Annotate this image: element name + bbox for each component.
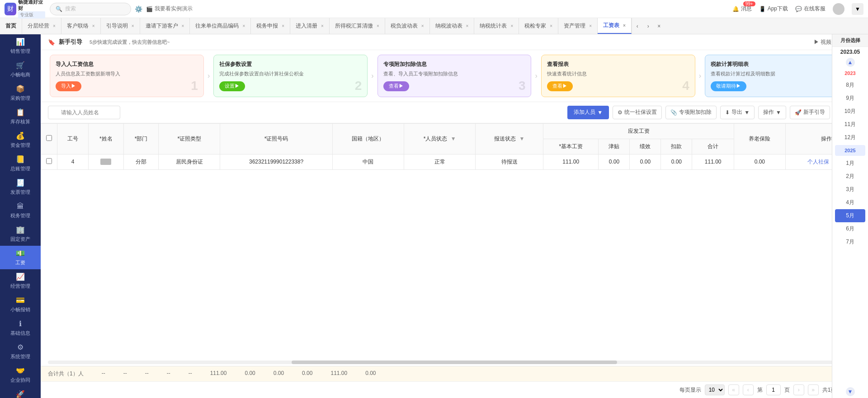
step-2-title: 社保参数设置 bbox=[219, 61, 362, 68]
service-btn[interactable]: 💬 在线客服 bbox=[795, 5, 826, 13]
tab-close[interactable]: × bbox=[623, 23, 626, 28]
nav-tabs: 首页 分层经营 × 客户联络 × 引导说明 × 邀请下游客户 × 往来单位商品编… bbox=[0, 18, 868, 34]
tab-clearance[interactable]: 进入清册 × bbox=[290, 18, 330, 34]
month-item-6[interactable]: 6月 bbox=[832, 222, 868, 235]
tab-tax-expert[interactable]: 税检专家 × bbox=[519, 18, 558, 34]
tab-customer-contact[interactable]: 客户联络 × bbox=[61, 18, 101, 34]
tab-invite-customer[interactable]: 邀请下游客户 × bbox=[140, 18, 190, 34]
month-item-3[interactable]: 3月 bbox=[832, 183, 868, 196]
month-item-4[interactable]: 4月 bbox=[832, 196, 868, 209]
sidebar-item-fixed-assets[interactable]: 🏢 固定资产 bbox=[0, 222, 41, 246]
tab-tax-burden[interactable]: 税负波动表 × bbox=[385, 18, 430, 34]
month-item-5-active[interactable]: 5月 bbox=[835, 209, 865, 222]
prev-page-btn[interactable]: ‹ bbox=[743, 384, 754, 395]
avatar[interactable] bbox=[833, 3, 844, 15]
sidebar-item-tax[interactable]: 🏛 税务管理 bbox=[0, 199, 41, 222]
tab-close[interactable]: × bbox=[282, 23, 284, 28]
tab-close[interactable]: × bbox=[377, 23, 379, 28]
tab-close[interactable]: × bbox=[589, 23, 592, 28]
guide-bookmark-icon: 🔖 bbox=[48, 39, 55, 46]
page-number-input[interactable] bbox=[766, 384, 781, 395]
settings-icon[interactable]: ⚙️ bbox=[135, 5, 142, 13]
tab-close[interactable]: × bbox=[550, 23, 552, 28]
sidebar-item-salary[interactable]: 💵 工资 bbox=[0, 246, 41, 269]
step-2-btn[interactable]: 设置▶ bbox=[219, 81, 245, 91]
nav-next-arrow[interactable]: › bbox=[643, 23, 654, 29]
nav-prev-arrow[interactable]: ‹ bbox=[632, 23, 643, 29]
newbie-guide-btn[interactable]: 🚀 新手引导 bbox=[790, 106, 830, 119]
tab-close[interactable]: × bbox=[242, 23, 245, 28]
month-item-2[interactable]: 2月 bbox=[832, 170, 868, 183]
search-box[interactable]: 🔍 搜索 bbox=[50, 3, 131, 15]
tab-goods-code[interactable]: 往来单位商品编码 × bbox=[190, 18, 251, 34]
page-size-select[interactable]: 10 20 50 bbox=[705, 384, 725, 395]
tab-home[interactable]: 首页 bbox=[0, 18, 22, 34]
tab-income-tax[interactable]: 所得税汇算清缴 × bbox=[330, 18, 385, 34]
notice-btn[interactable]: 🔔 消息 99+ bbox=[732, 5, 752, 13]
sidebar-item-sales[interactable]: 📊 销售管理 bbox=[0, 34, 41, 58]
tab-close[interactable]: × bbox=[466, 23, 469, 28]
tab-close[interactable]: × bbox=[132, 23, 134, 28]
tab-layered-ops[interactable]: 分层经营 × bbox=[22, 18, 61, 34]
tab-asset-mgmt[interactable]: 资产管理 × bbox=[558, 18, 598, 34]
month-item-12[interactable]: 12月 bbox=[832, 131, 868, 144]
month-item-11[interactable]: 11月 bbox=[832, 118, 868, 131]
report-filter-icon[interactable]: ▼ bbox=[519, 136, 524, 142]
tab-tax-report[interactable]: 税务申报 × bbox=[251, 18, 290, 34]
select-all-checkbox[interactable] bbox=[46, 135, 52, 141]
sidebar-item-collab[interactable]: 🤝 企业协同 bbox=[0, 363, 41, 387]
sidebar-item-system[interactable]: ⚙ 系统管理 bbox=[0, 340, 41, 363]
add-person-btn[interactable]: 添加人员 ▼ bbox=[567, 106, 609, 119]
sidebar-item-expense[interactable]: 💳 小畅报销 bbox=[0, 293, 41, 316]
sidebar-item-ecommerce[interactable]: 🛒 小畅电商 bbox=[0, 58, 41, 81]
export-btn[interactable]: ⬇ 导出 ▼ bbox=[720, 106, 755, 119]
tab-tax-wave[interactable]: 纳税波动表 × bbox=[430, 18, 475, 34]
tab-close[interactable]: × bbox=[92, 23, 95, 28]
month-up-btn[interactable]: ▲ bbox=[846, 58, 855, 67]
month-item-8[interactable]: 8月 bbox=[832, 79, 868, 92]
personal-insurance-link[interactable]: 个人社保 bbox=[807, 159, 829, 165]
tab-close[interactable]: × bbox=[510, 23, 513, 28]
first-page-btn[interactable]: « bbox=[728, 384, 739, 395]
tab-close[interactable]: × bbox=[321, 23, 324, 28]
sidebar-item-ledger[interactable]: 📒 总账管理 bbox=[0, 152, 41, 175]
nav-close-all[interactable]: × bbox=[654, 23, 665, 29]
tab-tax-stats[interactable]: 纳税统计表 × bbox=[474, 18, 519, 34]
tab-close[interactable]: × bbox=[182, 23, 184, 28]
video-btn[interactable]: ▶ 视频 bbox=[814, 38, 831, 46]
step-3-btn[interactable]: 查看▶ bbox=[383, 81, 409, 91]
logo-text-1: 畅捷通好业财 bbox=[18, 0, 45, 11]
user-menu-icon[interactable]: ▼ bbox=[852, 3, 863, 15]
month-down-btn[interactable]: ▼ bbox=[846, 387, 855, 396]
sidebar-item-purchase[interactable]: 📦 采购管理 bbox=[0, 81, 41, 105]
tab-close[interactable]: × bbox=[53, 23, 56, 28]
deduction-btn[interactable]: 📎 专项附加扣除 bbox=[665, 106, 717, 119]
last-page-btn[interactable]: » bbox=[808, 384, 819, 395]
arrow-4: › bbox=[697, 55, 703, 97]
next-page-btn[interactable]: › bbox=[793, 384, 804, 395]
sidebar-item-operations[interactable]: 📈 经营管理 bbox=[0, 269, 41, 293]
sidebar-item-basic-info[interactable]: ℹ 基础信息 bbox=[0, 316, 41, 340]
sidebar-item-newbie[interactable]: 🚀 新手引导 bbox=[0, 387, 41, 398]
step-5-btn[interactable]: 敬请期待▶ bbox=[711, 81, 746, 91]
social-insurance-btn[interactable]: ⚙ 统一社保设置 bbox=[613, 106, 662, 119]
month-item-7[interactable]: 7月 bbox=[832, 235, 868, 248]
step-4-btn[interactable]: 查看▶ bbox=[547, 81, 573, 91]
sidebar-item-inventory[interactable]: 📋 库存核算 bbox=[0, 105, 41, 128]
tab-salary[interactable]: 工资表 × bbox=[598, 18, 632, 34]
app-download-btn[interactable]: 📱 App下载 bbox=[759, 5, 788, 13]
month-item-10[interactable]: 10月 bbox=[832, 105, 868, 118]
row-checkbox[interactable] bbox=[46, 158, 52, 164]
tab-close[interactable]: × bbox=[421, 23, 424, 28]
sidebar-item-finance[interactable]: 💰 资金管理 bbox=[0, 128, 41, 152]
month-item-9[interactable]: 9月 bbox=[832, 92, 868, 105]
tab-guide[interactable]: 引导说明 × bbox=[101, 18, 140, 34]
operation-btn[interactable]: 操作 ▼ bbox=[758, 106, 786, 119]
horizontal-scrollbar-thumb[interactable] bbox=[292, 361, 617, 364]
demo-btn[interactable]: 🎬 我要看实例演示 bbox=[146, 5, 193, 13]
sidebar-item-invoice[interactable]: 🧾 发票管理 bbox=[0, 175, 41, 199]
step-1-btn[interactable]: 导入▶ bbox=[56, 81, 81, 91]
month-item-1[interactable]: 1月 bbox=[832, 157, 868, 170]
staff-search-input[interactable] bbox=[48, 106, 120, 119]
status-filter-icon[interactable]: ▼ bbox=[451, 136, 456, 142]
